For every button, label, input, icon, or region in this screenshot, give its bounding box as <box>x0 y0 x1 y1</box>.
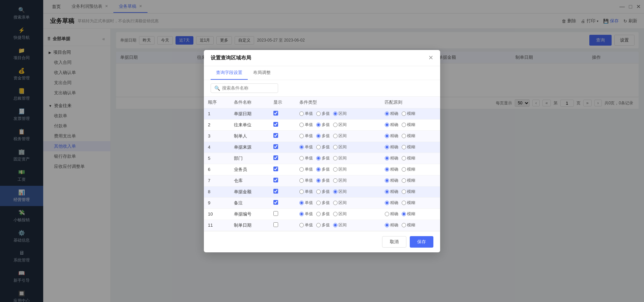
match-radio[interactable] <box>385 201 389 205</box>
cond-type-option[interactable]: 单值 <box>299 111 313 117</box>
cond-type-radio[interactable] <box>316 123 321 127</box>
cond-type-radio[interactable] <box>316 201 321 205</box>
cond-type-radio[interactable] <box>299 178 304 183</box>
dialog-tab-query-fields[interactable]: 查询字段设置 <box>211 66 248 80</box>
cond-type-option[interactable]: 多值 <box>316 111 330 117</box>
cond-type-option[interactable]: 多值 <box>316 122 330 128</box>
cond-type-option[interactable]: 区间 <box>333 222 347 228</box>
match-radio[interactable] <box>385 145 389 149</box>
cond-type-option[interactable]: 区间 <box>333 189 347 195</box>
cond-type-radio[interactable] <box>299 111 304 116</box>
show-checkbox[interactable] <box>273 211 278 216</box>
cond-type-radio[interactable] <box>299 212 304 216</box>
cond-type-radio[interactable] <box>299 145 304 149</box>
cond-type-radio[interactable] <box>316 156 321 160</box>
cond-type-option[interactable]: 区间 <box>333 211 347 217</box>
cond-type-option[interactable]: 区间 <box>333 111 347 117</box>
cond-type-radio[interactable] <box>316 167 321 172</box>
cond-type-option[interactable]: 单值 <box>299 133 313 139</box>
match-radio[interactable] <box>385 190 389 194</box>
cond-type-radio[interactable] <box>333 156 338 160</box>
show-checkbox[interactable] <box>273 200 278 205</box>
cond-type-radio[interactable] <box>299 134 304 138</box>
match-radio[interactable] <box>385 123 389 127</box>
cond-type-radio[interactable] <box>333 178 338 183</box>
cond-type-radio[interactable] <box>299 223 304 227</box>
cond-type-option[interactable]: 多值 <box>316 189 330 195</box>
match-radio[interactable] <box>385 223 389 227</box>
match-radio[interactable] <box>402 111 406 116</box>
match-option[interactable]: 精确 <box>385 222 398 228</box>
cond-type-radio[interactable] <box>299 201 304 205</box>
cond-type-radio[interactable] <box>333 201 338 205</box>
match-option[interactable]: 模糊 <box>402 167 415 172</box>
match-radio[interactable] <box>402 190 406 194</box>
cond-type-option[interactable]: 区间 <box>333 122 347 128</box>
dialog-close-btn[interactable]: ✕ <box>428 55 433 61</box>
cond-type-option[interactable]: 区间 <box>333 200 347 206</box>
cond-type-radio[interactable] <box>333 111 338 116</box>
cond-type-option[interactable]: 多值 <box>316 211 330 217</box>
cond-type-radio[interactable] <box>333 134 338 138</box>
match-option[interactable]: 精确 <box>385 155 398 161</box>
cond-type-radio[interactable] <box>299 167 304 172</box>
match-option[interactable]: 精确 <box>385 178 398 183</box>
match-radio[interactable] <box>402 123 406 127</box>
match-radio[interactable] <box>402 156 406 160</box>
cond-type-option[interactable]: 区间 <box>333 144 347 150</box>
cond-type-option[interactable]: 区间 <box>333 178 347 183</box>
cond-type-option[interactable]: 多值 <box>316 222 330 228</box>
cond-type-option[interactable]: 单值 <box>299 211 313 217</box>
cond-type-option[interactable]: 单值 <box>299 122 313 128</box>
cond-type-option[interactable]: 单值 <box>299 189 313 195</box>
match-option[interactable]: 精确 <box>385 211 398 217</box>
match-radio[interactable] <box>402 223 406 227</box>
match-option[interactable]: 模糊 <box>402 178 415 183</box>
match-radio[interactable] <box>385 167 389 172</box>
match-option[interactable]: 精确 <box>385 189 398 195</box>
match-option[interactable]: 精确 <box>385 133 398 139</box>
cond-type-option[interactable]: 多值 <box>316 200 330 206</box>
show-checkbox[interactable] <box>273 144 278 149</box>
cond-type-radio[interactable] <box>316 145 321 149</box>
cond-type-radio[interactable] <box>299 123 304 127</box>
match-option[interactable]: 模糊 <box>402 144 415 150</box>
cond-type-option[interactable]: 区间 <box>333 155 347 161</box>
cond-type-option[interactable]: 区间 <box>333 167 347 172</box>
cond-type-radio[interactable] <box>333 212 338 216</box>
match-option[interactable]: 精确 <box>385 200 398 206</box>
cond-type-option[interactable]: 区间 <box>333 133 347 139</box>
show-checkbox[interactable] <box>273 155 278 160</box>
cond-type-radio[interactable] <box>333 167 338 172</box>
cond-type-option[interactable]: 多值 <box>316 178 330 183</box>
cond-type-radio[interactable] <box>316 134 321 138</box>
match-radio[interactable] <box>385 111 389 116</box>
cond-type-option[interactable]: 多值 <box>316 167 330 172</box>
cond-type-radio[interactable] <box>333 145 338 149</box>
cond-type-radio[interactable] <box>299 156 304 160</box>
show-checkbox[interactable] <box>273 111 278 116</box>
match-option[interactable]: 模糊 <box>402 222 415 228</box>
cond-type-option[interactable]: 单值 <box>299 222 313 228</box>
match-option[interactable]: 精确 <box>385 167 398 172</box>
cond-type-option[interactable]: 单值 <box>299 178 313 183</box>
match-radio[interactable] <box>402 134 406 138</box>
cond-type-option[interactable]: 多值 <box>316 133 330 139</box>
cond-type-radio[interactable] <box>316 223 321 227</box>
match-radio[interactable] <box>402 145 406 149</box>
match-radio[interactable] <box>402 212 406 216</box>
match-radio[interactable] <box>385 134 389 138</box>
cond-type-option[interactable]: 单值 <box>299 200 313 206</box>
match-radio[interactable] <box>385 156 389 160</box>
show-checkbox[interactable] <box>273 133 278 138</box>
save-button[interactable]: 保存 <box>410 236 433 248</box>
match-option[interactable]: 模糊 <box>402 155 415 161</box>
match-radio[interactable] <box>402 201 406 205</box>
match-option[interactable]: 模糊 <box>402 189 415 195</box>
cond-type-radio[interactable] <box>316 111 321 116</box>
cond-type-radio[interactable] <box>316 178 321 183</box>
cond-type-option[interactable]: 多值 <box>316 144 330 150</box>
cond-type-option[interactable]: 单值 <box>299 167 313 172</box>
match-option[interactable]: 模糊 <box>402 133 415 139</box>
match-radio[interactable] <box>385 212 389 216</box>
